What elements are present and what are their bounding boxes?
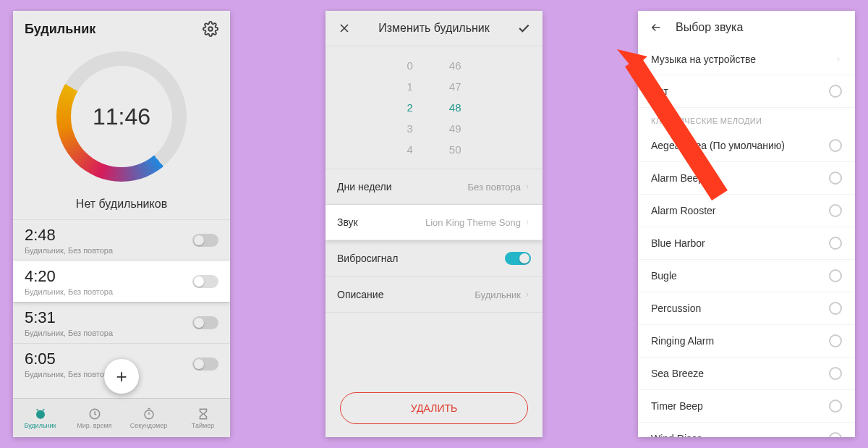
tab-label: Мир. время — [77, 422, 111, 429]
radio-icon[interactable] — [829, 85, 842, 98]
row-value: Будильник — [475, 289, 521, 300]
tab-stopwatch[interactable]: Секундомер — [122, 399, 176, 437]
radio-icon[interactable] — [829, 400, 842, 413]
tab-label: Таймер — [192, 422, 214, 429]
row-value: Lion King Theme Song — [425, 217, 521, 228]
row-vibro[interactable]: Вибросигнал — [326, 240, 542, 277]
chevron-right-icon — [524, 219, 531, 226]
alarm-sub: Будильник, Без повтора — [25, 246, 113, 255]
row-label: Дни недели — [337, 181, 392, 193]
alarm-icon — [34, 407, 47, 420]
tab-alarm[interactable]: Будильник — [13, 399, 67, 437]
alarm-time: 5:31 — [25, 308, 113, 327]
tab-timer[interactable]: Таймер — [176, 399, 230, 437]
row-device-music[interactable]: Музыка на устройстве — [638, 44, 855, 75]
melody-label: Wind Rises — [651, 433, 702, 437]
row-days[interactable]: Дни недели Без повтора — [326, 169, 542, 205]
melody-label: Alarm Beep — [651, 172, 704, 184]
radio-icon[interactable] — [829, 334, 842, 347]
alarm-row[interactable]: 4:20 Будильник, Без повтора — [13, 261, 230, 302]
row-label: Нет — [651, 85, 668, 97]
melody-label: Aegean Sea (По умолчанию) — [651, 140, 785, 151]
melody-label: Bugle — [651, 270, 677, 282]
clock-ring: 11:46 — [13, 51, 230, 182]
clock-time: 11:46 — [93, 103, 150, 130]
melody-row[interactable]: Bugle — [638, 260, 855, 292]
alarm-toggle[interactable] — [192, 316, 218, 329]
vibro-toggle[interactable] — [505, 252, 531, 265]
chevron-right-icon — [524, 183, 531, 190]
melody-label: Percussion — [651, 303, 701, 314]
timer-icon — [197, 407, 210, 420]
row-label: Вибросигнал — [337, 253, 398, 264]
tab-label: Будильник — [24, 422, 56, 429]
melody-label: Timer Beep — [651, 400, 703, 412]
row-label: Музыка на устройстве — [651, 54, 756, 65]
row-description[interactable]: Описание Будильник — [326, 277, 542, 313]
picker-hours[interactable]: 0 1 2 3 4 — [407, 59, 412, 156]
melody-row[interactable]: Wind Rises — [638, 423, 855, 437]
melody-row[interactable]: Percussion — [638, 292, 855, 325]
page-title: Выбор звука — [676, 21, 743, 34]
alarm-sub: Будильник, Без повтора — [25, 370, 113, 379]
melody-row[interactable]: Ringing Alarm — [638, 325, 855, 358]
alarm-toggle[interactable] — [192, 234, 218, 247]
melody-row[interactable]: Aegean Sea (По умолчанию) — [638, 130, 855, 162]
alarm-row[interactable]: 5:31 Будильник, Без повтора — [13, 302, 230, 343]
page-title: Будильник — [25, 22, 95, 37]
radio-icon[interactable] — [829, 139, 842, 152]
alarm-toggle[interactable] — [192, 275, 218, 288]
picker-minutes[interactable]: 46 47 48 49 50 — [449, 59, 461, 156]
page-title: Изменить будильник — [378, 22, 490, 35]
radio-icon[interactable] — [829, 367, 842, 380]
radio-icon[interactable] — [829, 237, 842, 250]
delete-button[interactable]: УДАЛИТЬ — [340, 392, 528, 424]
close-icon[interactable] — [337, 21, 352, 35]
stopwatch-icon — [142, 407, 156, 420]
screen-alarm-list: Будильник 11:46 Нет будильников 2:48 Буд… — [13, 11, 230, 437]
back-icon[interactable] — [650, 21, 663, 34]
melody-label: Alarm Rooster — [651, 205, 715, 216]
alarm-time: 4:20 — [25, 267, 113, 286]
svg-point-0 — [208, 27, 213, 31]
row-sound[interactable]: Звук Lion King Theme Song — [326, 205, 542, 240]
alarm-sub: Будильник, Без повтора — [25, 329, 113, 337]
alarm-toggle[interactable] — [192, 358, 218, 371]
row-value: Без повтора — [468, 182, 521, 193]
time-picker[interactable]: 0 1 2 3 4 46 47 48 49 50 — [326, 46, 542, 169]
alarm-time: 2:48 — [25, 226, 113, 245]
melody-row[interactable]: Alarm Rooster — [638, 195, 855, 227]
melody-row[interactable]: Sea Breeze — [638, 358, 855, 390]
melody-row[interactable]: Timer Beep — [638, 390, 855, 423]
alarm-row[interactable]: 2:48 Будильник, Без повтора — [13, 219, 230, 261]
screen-edit-alarm: Изменить будильник 0 1 2 3 4 46 47 48 49… — [326, 11, 542, 437]
svg-point-1 — [36, 410, 45, 418]
row-label: Звук — [337, 216, 358, 228]
melody-row[interactable]: Blue Harbor — [638, 227, 855, 260]
radio-icon[interactable] — [829, 269, 842, 282]
alarm-sub: Будильник, Без повтора — [25, 287, 113, 296]
radio-icon[interactable] — [829, 172, 842, 185]
row-label: Описание — [337, 289, 383, 300]
no-alarms-label: Нет будильников — [13, 198, 230, 211]
tab-world-clock[interactable]: Мир. время — [67, 399, 122, 437]
melody-label: Ringing Alarm — [651, 335, 714, 347]
screen-sound-select: Выбор звука Музыка на устройстве Нет КЛА… — [638, 11, 855, 437]
check-icon[interactable] — [516, 21, 531, 35]
chevron-right-icon — [524, 291, 531, 298]
melody-label: Sea Breeze — [651, 368, 704, 379]
gear-icon[interactable] — [203, 21, 218, 37]
globe-icon — [88, 407, 101, 420]
tab-label: Секундомер — [130, 422, 167, 429]
row-none[interactable]: Нет — [638, 75, 855, 108]
radio-icon[interactable] — [829, 204, 842, 217]
alarm-time: 6:05 — [25, 350, 113, 368]
radio-icon[interactable] — [829, 432, 842, 437]
add-alarm-button[interactable]: + — [104, 359, 139, 394]
radio-icon[interactable] — [829, 302, 842, 315]
chevron-right-icon — [835, 56, 842, 63]
melody-label: Blue Harbor — [651, 237, 705, 249]
section-header: КЛАССИЧЕСКИЕ МЕЛОДИИ — [638, 108, 855, 130]
melody-row[interactable]: Alarm Beep — [638, 162, 855, 195]
